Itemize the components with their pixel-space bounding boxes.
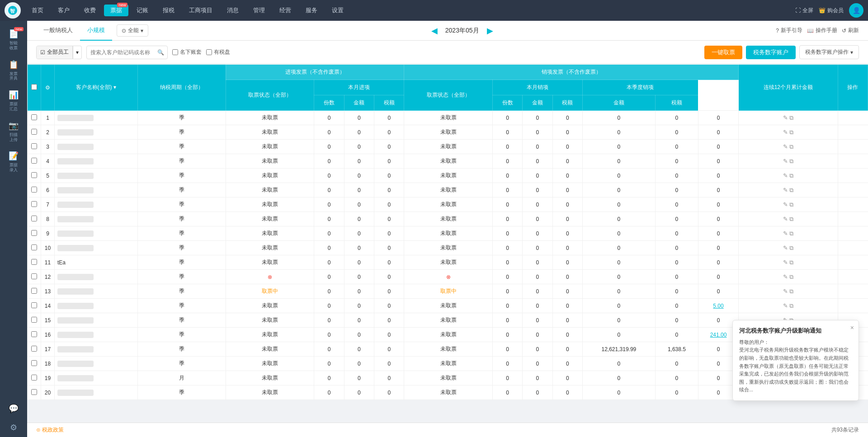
new-guide-btn[interactable]: ? 新手引导 xyxy=(776,27,802,34)
fullscreen-btn[interactable]: ⛶ 全屏 xyxy=(795,7,813,14)
edit-btn[interactable]: ✎ xyxy=(783,216,788,222)
manual-btn[interactable]: 📖 操作手册 xyxy=(807,27,837,34)
sidebar-item-chat[interactable]: 💬 xyxy=(7,399,20,418)
nav-message[interactable]: 消息 xyxy=(221,5,245,16)
settings-col-icon[interactable]: ⚙ xyxy=(45,85,50,91)
sidebar-item-invoice-open[interactable]: 📋 发票开具 xyxy=(0,55,27,86)
tax-account-btn[interactable]: 税务数字账户 xyxy=(746,46,796,59)
nav-accounting[interactable]: 记账 xyxy=(130,5,155,16)
copy-btn[interactable]: ⧉ xyxy=(789,230,793,237)
tab-general-taxpayer[interactable]: 一般纳税人 xyxy=(36,21,80,41)
copy-btn[interactable]: ⧉ xyxy=(789,259,793,266)
edit-btn[interactable]: ✎ xyxy=(783,244,788,251)
row-checkbox-cell[interactable] xyxy=(28,197,41,212)
edit-btn[interactable]: ✎ xyxy=(783,143,788,150)
nav-manage[interactable]: 管理 xyxy=(247,5,271,16)
row-checkbox[interactable] xyxy=(31,143,37,149)
edit-btn[interactable]: ✎ xyxy=(783,172,788,179)
row-checkbox-cell[interactable] xyxy=(28,371,41,385)
nav-service[interactable]: 服务 xyxy=(299,5,324,16)
date-prev-btn[interactable]: ◀ xyxy=(429,25,440,36)
edit-btn[interactable]: ✎ xyxy=(783,273,788,280)
row-checkbox-cell[interactable] xyxy=(28,357,41,371)
row-checkbox[interactable] xyxy=(31,360,37,366)
tax-disk-checkbox-label[interactable]: 有税盘 xyxy=(206,48,230,56)
nav-tax[interactable]: 报税 xyxy=(156,5,181,16)
row-checkbox-cell[interactable] xyxy=(28,328,41,342)
account-checkbox-label[interactable]: 名下账套 xyxy=(172,48,202,56)
edit-btn[interactable]: ✎ xyxy=(783,288,788,295)
copy-btn[interactable]: ⧉ xyxy=(789,216,793,222)
edit-btn[interactable]: ✎ xyxy=(783,259,788,266)
edit-btn[interactable]: ✎ xyxy=(783,114,788,121)
copy-btn[interactable]: ⧉ xyxy=(789,244,793,251)
vip-btn[interactable]: 👑 购会员 xyxy=(819,7,844,14)
copy-btn[interactable]: ⧉ xyxy=(789,187,793,193)
nav-settings[interactable]: 设置 xyxy=(326,5,350,16)
copy-btn[interactable]: ⧉ xyxy=(789,273,793,280)
employee-select-arrow[interactable]: ▾ xyxy=(73,46,81,59)
edit-btn[interactable]: ✎ xyxy=(783,230,788,237)
nav-fee[interactable]: 收费 xyxy=(78,5,102,16)
row-checkbox[interactable] xyxy=(31,389,37,395)
row-checkbox[interactable] xyxy=(31,331,37,337)
sidebar-item-scan-upload[interactable]: 📷 扫描上传 xyxy=(0,116,27,147)
sidebar-item-invoice-entry[interactable]: 📝 票据录入 xyxy=(0,146,27,177)
row-checkbox[interactable] xyxy=(31,187,37,193)
row-checkbox-cell[interactable] xyxy=(28,385,41,400)
scope-selector[interactable]: ⊙ 全能 ▾ xyxy=(117,24,148,37)
select-all-checkbox[interactable] xyxy=(31,84,37,90)
notification-close-btn[interactable]: × xyxy=(850,324,854,331)
row-checkbox[interactable] xyxy=(31,216,37,221)
row-checkbox[interactable] xyxy=(31,302,37,308)
row-checkbox-cell[interactable] xyxy=(28,169,41,183)
row-checkbox-cell[interactable] xyxy=(28,226,41,241)
row-checkbox[interactable] xyxy=(31,158,37,164)
date-next-btn[interactable]: ▶ xyxy=(485,25,495,36)
search-icon[interactable]: 🔍 xyxy=(157,49,164,56)
copy-btn[interactable]: ⧉ xyxy=(789,288,793,295)
row-checkbox[interactable] xyxy=(31,201,37,207)
row-checkbox-cell[interactable] xyxy=(28,342,41,357)
tab-small-scale[interactable]: 小规模 xyxy=(80,21,112,41)
copy-btn[interactable]: ⧉ xyxy=(789,302,793,309)
row-checkbox-cell[interactable] xyxy=(28,140,41,154)
copy-btn[interactable]: ⧉ xyxy=(789,158,793,164)
row-checkbox[interactable] xyxy=(31,317,37,323)
sidebar-item-smartinvoice[interactable]: 📄 智能收票 new xyxy=(0,24,27,55)
row-checkbox-cell[interactable] xyxy=(28,313,41,328)
nav-business[interactable]: 工商项目 xyxy=(183,5,219,16)
nav-customer[interactable]: 客户 xyxy=(52,5,76,16)
row-checkbox[interactable] xyxy=(31,346,37,352)
row-checkbox[interactable] xyxy=(31,288,37,294)
employee-selector[interactable]: ☑ 全部员工 ▾ xyxy=(36,46,82,59)
row-checkbox[interactable] xyxy=(31,259,37,265)
edit-btn[interactable]: ✎ xyxy=(783,129,788,136)
row-checkbox[interactable] xyxy=(31,244,37,250)
edit-btn[interactable]: ✎ xyxy=(783,187,788,193)
row-checkbox[interactable] xyxy=(31,114,37,120)
row-checkbox-cell[interactable] xyxy=(28,255,41,270)
refresh-btn[interactable]: ↺ 刷新 xyxy=(842,27,859,34)
sidebar-item-settings[interactable]: ⚙ xyxy=(7,418,20,437)
fetch-invoice-btn[interactable]: 一键取票 xyxy=(704,46,742,59)
row-checkbox[interactable] xyxy=(31,230,37,236)
row-checkbox-cell[interactable] xyxy=(28,111,41,125)
row-checkbox-cell[interactable] xyxy=(28,241,41,255)
nav-home[interactable]: 首页 xyxy=(25,5,50,16)
copy-btn[interactable]: ⧉ xyxy=(789,201,793,208)
edit-btn[interactable]: ✎ xyxy=(783,302,788,309)
sidebar-item-invoice-summary[interactable]: 📊 票据汇总 xyxy=(0,85,27,116)
row-checkbox-cell[interactable] xyxy=(28,299,41,313)
row-checkbox[interactable] xyxy=(31,172,37,178)
row-checkbox[interactable] xyxy=(31,273,37,279)
copy-btn[interactable]: ⧉ xyxy=(789,114,793,121)
search-input[interactable] xyxy=(86,46,168,59)
row-checkbox-cell[interactable] xyxy=(28,154,41,169)
avatar[interactable]: 👤 xyxy=(849,3,863,18)
tax-policy-link[interactable]: ⊙ 税政政策 xyxy=(36,426,64,434)
row-checkbox[interactable] xyxy=(31,129,37,135)
edit-btn[interactable]: ✎ xyxy=(783,158,788,164)
nav-invoice[interactable]: 票据 new xyxy=(104,5,128,16)
row-checkbox-cell[interactable] xyxy=(28,270,41,284)
